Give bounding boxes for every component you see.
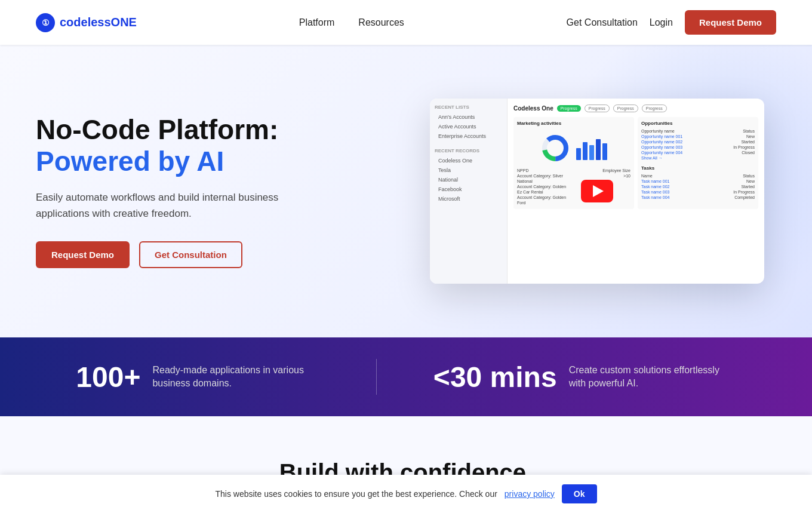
hero-right: Recent Lists Ann's Accounts Active Accou… — [293, 99, 776, 284]
opp-row-1: Opportunity name 001New — [641, 134, 755, 139]
svg-rect-6 — [596, 139, 601, 160]
sidebar-item-enterprise[interactable]: Enterprise Accounts — [435, 131, 502, 141]
hero-section: No-Code Platform: Powered by AI Easily a… — [0, 45, 812, 337]
dash-row-3: National — [517, 179, 630, 184]
svg-rect-3 — [576, 148, 581, 160]
dash-progress-badge: Progress — [557, 105, 581, 112]
svg-rect-4 — [583, 142, 588, 160]
hero-left: No-Code Platform: Powered by AI Easily a… — [36, 114, 293, 268]
dash-row-1: NPPDEmployee Size — [517, 168, 630, 173]
sidebar-item-tesla[interactable]: Tesla — [435, 165, 502, 175]
dashboard-mockup: Recent Lists Ann's Accounts Active Accou… — [430, 99, 764, 284]
dashboard-sidebar: Recent Lists Ann's Accounts Active Accou… — [430, 99, 508, 284]
stat-item-1: 100+ Ready-made applications in various … — [76, 361, 319, 394]
dash-progress-badge-3: Progress — [613, 105, 638, 112]
task-row-1: Task name 001New — [641, 179, 755, 184]
hero-description: Easily automate workflows and build inte… — [36, 189, 293, 222]
opp-row-name: Opportunity nameStatus — [641, 128, 755, 134]
hero-request-demo-button[interactable]: Request Demo — [36, 241, 130, 268]
svg-rect-7 — [602, 143, 607, 160]
play-triangle-icon — [593, 185, 604, 197]
bar-chart — [575, 136, 608, 160]
stat-divider — [376, 359, 377, 395]
svg-rect-5 — [589, 145, 594, 160]
nav-request-demo-button[interactable]: Request Demo — [685, 10, 776, 35]
logo-icon-symbol: ① — [42, 18, 50, 27]
dashboard-main: Codeless One Progress Progress Progress … — [508, 99, 764, 284]
nav-link-resources[interactable]: Resources — [358, 17, 404, 28]
nav-get-consultation[interactable]: Get Consultation — [567, 17, 638, 28]
dash-progress-badge-4: Progress — [642, 105, 667, 112]
logo[interactable]: ① codelessONE — [36, 13, 137, 32]
dash-tasks-title: Tasks — [641, 165, 755, 171]
dash-opportunities-title: Opportunities — [641, 121, 755, 126]
task-row-3: Task name 003In Progress — [641, 189, 755, 195]
video-play-button[interactable] — [581, 180, 613, 202]
stats-bar: 100+ Ready-made applications in various … — [0, 337, 812, 416]
stat-1-desc: Ready-made applications in various busin… — [152, 364, 319, 391]
logo-text: codelessONE — [60, 16, 137, 29]
dashboard-top-bar: Codeless One Progress Progress Progress … — [513, 105, 758, 112]
nav-links: Platform Resources — [299, 17, 404, 28]
dash-row-2: Account Category: Silver>10 — [517, 173, 630, 179]
opp-row-showall[interactable]: Show All → — [641, 155, 755, 161]
hero-headline-plain: No-Code Platform: — [36, 114, 278, 145]
logo-icon: ① — [36, 13, 55, 32]
dash-opportunities-card: Opportunities Opportunity nameStatus Opp… — [638, 117, 758, 209]
hero-buttons: Request Demo Get Consultation — [36, 241, 293, 268]
stat-1-number: 100+ — [76, 361, 140, 394]
opp-row-4: Opportunity name 004Closed — [641, 150, 755, 155]
sidebar-item-national[interactable]: National — [435, 175, 502, 185]
dash-progress-badge-2: Progress — [585, 105, 610, 112]
sidebar-item-anns[interactable]: Ann's Accounts — [435, 112, 502, 122]
dash-row-7: Ford — [517, 200, 630, 205]
stat-2-desc: Create custom solutions effortlessly wit… — [569, 364, 736, 391]
sidebar-item-codeless[interactable]: Codeless One — [435, 156, 502, 165]
hero-get-consultation-button[interactable]: Get Consultation — [139, 241, 242, 268]
task-row-2: Task name 002Started — [641, 184, 755, 189]
cookie-message: This website uses cookies to ensure you … — [215, 489, 497, 499]
hero-headline: No-Code Platform: Powered by AI — [36, 114, 293, 177]
task-row-4: Task name 004Completed — [641, 195, 755, 200]
dash-row-5: Ez Car Rental — [517, 189, 630, 195]
cookie-banner: This website uses cookies to ensure you … — [0, 475, 812, 513]
sidebar-recent-lists-title: Recent Lists — [435, 105, 502, 110]
logo-text-plain: codeless — [60, 16, 111, 29]
opp-row-3: Opportunity name 003In Progress — [641, 145, 755, 150]
task-row-name: NameStatus — [641, 173, 755, 179]
sidebar-recent-records: Recent Records Codeless One Tesla Nation… — [435, 148, 502, 204]
nav-link-platform[interactable]: Platform — [299, 17, 335, 28]
cookie-ok-button[interactable]: Ok — [562, 484, 597, 503]
stat-2-number: <30 mins — [433, 361, 557, 394]
sidebar-recent-records-title: Recent Records — [435, 148, 502, 153]
dash-row-4: Account Category: Golden — [517, 184, 630, 189]
donut-chart — [540, 133, 570, 163]
sidebar-recent-lists: Recent Lists Ann's Accounts Active Accou… — [435, 105, 502, 141]
dash-account-name: Codeless One — [513, 105, 553, 112]
dashboard-content-grid: Marketing activities — [513, 117, 758, 209]
sidebar-item-microsoft[interactable]: Microsoft — [435, 194, 502, 204]
sidebar-item-facebook[interactable]: Facebook — [435, 185, 502, 194]
navbar: ① codelessONE Platform Resources Get Con… — [0, 0, 812, 45]
logo-text-accent: ONE — [111, 16, 137, 29]
dash-row-6: Account Category: Golden — [517, 195, 630, 200]
dash-marketing-card: Marketing activities — [513, 117, 634, 209]
hero-headline-accent: Powered by AI — [36, 146, 224, 177]
opp-row-2: Opportunity name 002Started — [641, 139, 755, 145]
nav-actions: Get Consultation Login Request Demo — [567, 10, 776, 35]
privacy-policy-link[interactable]: privacy policy — [505, 489, 555, 499]
sidebar-item-active[interactable]: Active Accounts — [435, 122, 502, 131]
dash-marketing-title: Marketing activities — [517, 121, 630, 126]
nav-login[interactable]: Login — [650, 17, 673, 28]
stat-item-2: <30 mins Create custom solutions effortl… — [433, 361, 736, 394]
